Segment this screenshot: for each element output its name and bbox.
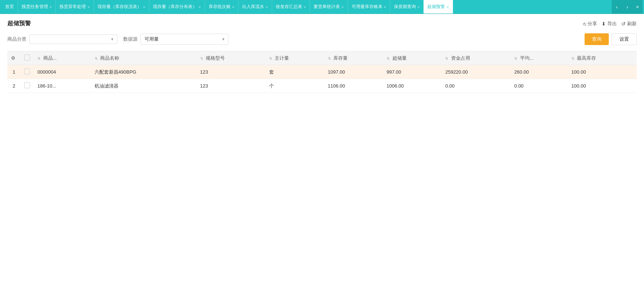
nav-tab-expiry[interactable]: 保质期查询 ×: [390, 0, 424, 14]
export-icon: ⬇: [601, 21, 606, 27]
nav-prev-button[interactable]: ‹: [612, 0, 622, 14]
product-category-filter: 商品分类 ▾: [7, 34, 117, 44]
stock-cell: 1106.00: [324, 79, 383, 93]
sort-icon: ⇅: [269, 56, 272, 60]
row-checkbox-cell[interactable]: [21, 65, 34, 79]
table-header-row: ⚙ ⇅ 商品... ⇅ 商品名称 ⇅ 规格型号 ⇅ 主计: [7, 51, 637, 65]
chevron-down-icon: ▾: [111, 37, 113, 42]
nav-tab-inout-flow[interactable]: 出入库流水 ×: [238, 0, 272, 14]
nav-close-all-button[interactable]: ×: [632, 0, 643, 14]
nav-tab-overstock[interactable]: 超储预警 ×: [424, 0, 453, 14]
nav-tab-summary[interactable]: 收发存汇总表 ×: [272, 0, 310, 14]
sort-icon: ⇅: [328, 56, 331, 60]
overstock-cell: 997.00: [383, 65, 442, 79]
close-icon[interactable]: ×: [417, 5, 420, 9]
column-overstock[interactable]: ⇅ 超储量: [383, 51, 442, 65]
column-product-code[interactable]: ⇅ 商品...: [34, 51, 91, 65]
product-code-cell: 186-10...: [34, 79, 91, 93]
close-icon[interactable]: ×: [50, 5, 52, 9]
select-all-checkbox[interactable]: [24, 55, 30, 60]
nav-next-button[interactable]: ›: [622, 0, 632, 14]
product-category-label: 商品分类: [7, 36, 26, 42]
row-index: 1: [7, 65, 21, 79]
close-icon[interactable]: ×: [341, 5, 344, 9]
avg-cell: 0.00: [511, 79, 568, 93]
max-stock-cell: 100.00: [568, 79, 637, 93]
spec-cell: 123: [197, 65, 266, 79]
sort-icon: ⇅: [200, 56, 203, 60]
table-row: 1 0000004 六配套新昌490BPG 123 套 1097.00 997.…: [7, 65, 637, 79]
product-code-cell: 0000004: [34, 65, 91, 79]
settings-button[interactable]: 设置: [612, 33, 637, 45]
column-gear[interactable]: ⚙: [7, 51, 21, 65]
close-icon[interactable]: ×: [143, 5, 145, 9]
column-capital[interactable]: ⇅ 资金占用: [442, 51, 511, 65]
product-category-select[interactable]: ▾: [29, 34, 117, 44]
nav-tab-pick-task[interactable]: 拣货任务管理 ×: [18, 0, 56, 14]
page-header: 超储预警 ⎋ 分享 ⬇ 导出 ↺ 刷新: [7, 20, 637, 27]
share-icon: ⎋: [583, 21, 586, 27]
capital-cell: 0.00: [442, 79, 511, 93]
close-icon[interactable]: ×: [232, 5, 234, 9]
sort-icon: ⇅: [514, 56, 517, 60]
unit-cell: 个: [266, 79, 324, 93]
close-icon[interactable]: ×: [446, 5, 449, 9]
chevron-down-icon: ▾: [222, 37, 224, 42]
column-max-stock[interactable]: ⇅ 最高库存: [568, 51, 637, 65]
nav-tab-stock-status[interactable]: 现存量（库存状况表） ×: [94, 0, 149, 14]
nav-tab-available[interactable]: 可用量库存账本 ×: [348, 0, 390, 14]
nav-tab-batch[interactable]: 库存批次账 ×: [205, 0, 238, 14]
table-row: 2 186-10... 机油滤清器 123 个 1106.00 1006.00 …: [7, 79, 637, 93]
overstock-cell: 1006.00: [383, 79, 442, 93]
column-unit[interactable]: ⇅ 主计量: [266, 51, 324, 65]
data-source-label: 数据源: [123, 36, 138, 42]
data-source-value: 可用量: [144, 36, 159, 42]
refresh-button[interactable]: ↺ 刷新: [621, 21, 637, 27]
close-icon[interactable]: ×: [304, 5, 306, 9]
max-stock-cell: 100.00: [568, 65, 637, 79]
column-stock[interactable]: ⇅ 库存量: [324, 51, 383, 65]
row-checkbox[interactable]: [24, 68, 30, 74]
nav-tab-pick-exception[interactable]: 拣货异常处理 ×: [56, 0, 94, 14]
row-checkbox-cell[interactable]: [21, 79, 34, 93]
nav-tab-stock-dist[interactable]: 现存量（库存分布表） ×: [149, 0, 205, 14]
top-nav: 首页 拣货任务管理 × 拣货异常处理 × 现存量（库存状况表） × 现存量（库存…: [0, 0, 644, 14]
column-avg[interactable]: ⇅ 平均...: [511, 51, 568, 65]
sort-icon: ⇅: [571, 56, 574, 60]
refresh-icon: ↺: [621, 21, 626, 27]
unit-cell: 套: [266, 65, 324, 79]
row-checkbox[interactable]: [24, 82, 30, 88]
avg-cell: 260.00: [511, 65, 568, 79]
query-button[interactable]: 查询: [585, 33, 609, 45]
close-icon[interactable]: ×: [266, 5, 268, 9]
page-content: 超储预警 ⎋ 分享 ⬇ 导出 ↺ 刷新 商品分类 ▾ 数据源: [0, 14, 644, 293]
sort-icon: ⇅: [37, 56, 40, 60]
share-button[interactable]: ⎋ 分享: [583, 21, 597, 27]
data-source-select[interactable]: 可用量 ▾: [140, 34, 228, 45]
sort-icon: ⇅: [387, 56, 389, 60]
product-name-cell: 六配套新昌490BPG: [91, 65, 197, 79]
data-table: ⚙ ⇅ 商品... ⇅ 商品名称 ⇅ 规格型号 ⇅ 主计: [7, 51, 637, 93]
sort-icon: ⇅: [95, 56, 98, 60]
close-icon[interactable]: ×: [384, 5, 386, 9]
export-button[interactable]: ⬇ 导出: [601, 21, 617, 27]
product-name-cell: 机油滤清器: [91, 79, 197, 93]
column-spec[interactable]: ⇅ 规格型号: [197, 51, 266, 65]
close-icon[interactable]: ×: [87, 5, 89, 9]
nav-tab-order-stats[interactable]: 要货单统计表 ×: [310, 0, 348, 14]
capital-cell: 259220.00: [442, 65, 511, 79]
spec-cell: 123: [197, 79, 266, 93]
row-index: 2: [7, 79, 21, 93]
column-product-name[interactable]: ⇅ 商品名称: [91, 51, 197, 65]
close-icon[interactable]: ×: [198, 5, 201, 9]
column-checkbox: [21, 51, 34, 65]
nav-arrows: ‹ › ×: [612, 0, 643, 14]
page-title: 超储预警: [7, 20, 31, 27]
header-actions: ⎋ 分享 ⬇ 导出 ↺ 刷新: [583, 21, 637, 27]
filter-row: 商品分类 ▾ 数据源 可用量 ▾ 查询 设置: [7, 33, 637, 45]
stock-cell: 1097.00: [324, 65, 383, 79]
sort-icon: ⇅: [445, 56, 448, 60]
data-source-filter: 数据源 可用量 ▾: [123, 34, 228, 45]
nav-tab-home[interactable]: 首页: [1, 0, 18, 14]
